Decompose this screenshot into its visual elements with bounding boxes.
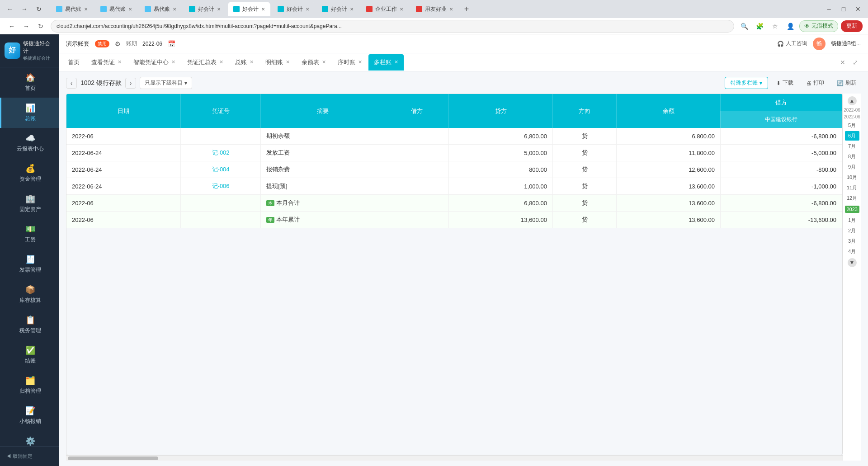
download-btn[interactable]: ⬇ 下载: [772, 77, 798, 89]
addr-reload-btn[interactable]: ↻: [34, 20, 47, 33]
timeline-month-feb[interactable]: 2月: [845, 226, 859, 235]
timeline-month-aug[interactable]: 8月: [845, 152, 859, 161]
sidebar-item-settings[interactable]: ⚙️ 基础设置: [0, 431, 59, 446]
sidebar-item-invoice[interactable]: 🧾 发票管理: [0, 249, 59, 279]
timeline-month-sep[interactable]: 9月: [845, 162, 859, 172]
tab-close-balance[interactable]: ✕: [322, 59, 326, 65]
page-tab-general-ledger[interactable]: 总账 ✕: [230, 54, 259, 71]
page-tab-home[interactable]: 首页: [62, 54, 85, 71]
browser-tab-2[interactable]: 易代账 ✕: [95, 2, 137, 16]
close-window-btn[interactable]: ✕: [852, 3, 864, 15]
sidebar-item-archive[interactable]: 🗂️ 归档管理: [0, 370, 59, 400]
browser-tab-close-4[interactable]: ✕: [217, 7, 221, 12]
browser-tab-4[interactable]: 好会计 ✕: [184, 2, 226, 16]
timeline-month-jul[interactable]: 7月: [845, 141, 859, 151]
browser-tab-8[interactable]: 企业工作 ✕: [361, 2, 409, 16]
tab-close-multi-column[interactable]: ✕: [394, 59, 398, 65]
extension-icon[interactable]: 🧩: [753, 20, 766, 33]
browser-tab-close-2[interactable]: ✕: [128, 7, 132, 12]
account-next-btn[interactable]: ›: [125, 78, 136, 89]
tab-close-detail-ledger[interactable]: ✕: [286, 59, 290, 65]
browser-tab-close-6[interactable]: ✕: [306, 7, 309, 12]
browser-tab-close-1[interactable]: ✕: [84, 7, 88, 12]
addr-forward-btn[interactable]: →: [20, 20, 33, 33]
star-icon[interactable]: ☆: [769, 20, 781, 33]
sidebar-item-salary[interactable]: 💵 工资: [0, 219, 59, 249]
minimize-btn[interactable]: –: [823, 3, 835, 15]
browser-tab-7[interactable]: 好会计 ✕: [316, 2, 359, 16]
sidebar-item-home[interactable]: 🏠 首页: [0, 67, 59, 98]
sidebar-item-expense[interactable]: 📝 小畅报销: [0, 400, 59, 431]
sidebar-item-fixed-assets[interactable]: 🏢 固定资产: [0, 188, 59, 219]
col-credit: 贷方: [449, 94, 553, 128]
browser-tab-3[interactable]: 易代账 ✕: [139, 2, 182, 16]
user-profile-icon[interactable]: 👤: [784, 20, 797, 33]
browser-tab-5-active[interactable]: 好会计 ✕: [228, 2, 270, 16]
timeline-month-mar[interactable]: 3月: [845, 236, 859, 246]
settings-icon[interactable]: ⚙: [115, 40, 121, 47]
browser-tab-9[interactable]: 用友好业 ✕: [410, 2, 458, 16]
tab-close-sequence[interactable]: ✕: [358, 59, 362, 65]
sidebar-item-ledger[interactable]: 📊 总账: [0, 98, 59, 128]
browser-tab-1[interactable]: 易代账 ✕: [51, 2, 93, 16]
account-prev-btn[interactable]: ‹: [66, 78, 77, 89]
timeline-month-dec[interactable]: 12月: [845, 193, 859, 203]
horizontal-scrollbar[interactable]: [66, 455, 843, 461]
timeline-month-jun[interactable]: 6月: [845, 131, 859, 141]
browser-tab-close-9[interactable]: ✕: [449, 7, 453, 12]
page-tab-smart-voucher[interactable]: 智能凭证中心 ✕: [128, 54, 181, 71]
print-btn[interactable]: 🖨 打印: [802, 77, 829, 89]
expand-panel-icon[interactable]: ⤢: [850, 57, 861, 68]
col-summary: 摘要: [261, 94, 385, 128]
cell-voucher-3[interactable]: 记-006: [180, 178, 261, 195]
close-panel-icon[interactable]: ✕: [837, 57, 848, 68]
tab-close-view-voucher[interactable]: ✕: [118, 59, 122, 65]
page-tab-sequence[interactable]: 序时账 ✕: [332, 54, 368, 71]
tab-close-smart-voucher[interactable]: ✕: [171, 59, 175, 65]
timeline-month-oct[interactable]: 10月: [845, 173, 859, 182]
browser-tab-close-7[interactable]: ✕: [350, 7, 354, 12]
timeline-down-btn[interactable]: ▼: [848, 258, 857, 267]
forward-btn[interactable]: →: [18, 3, 31, 15]
page-tab-view-voucher[interactable]: 查看凭证 ✕: [86, 54, 127, 71]
timeline-month-may[interactable]: 5月: [845, 121, 859, 130]
maximize-btn[interactable]: □: [837, 3, 850, 15]
refresh-btn[interactable]: 🔄 刷新: [832, 77, 861, 89]
timeline-year-2023[interactable]: 2023: [845, 206, 859, 213]
calendar-icon[interactable]: 📅: [168, 40, 175, 47]
no-track-btn[interactable]: 👁无痕模式: [799, 20, 838, 32]
cell-voucher-1[interactable]: 记-002: [180, 145, 261, 161]
update-btn[interactable]: 更新: [841, 20, 863, 32]
sidebar-item-close-period[interactable]: ✅ 结账: [0, 340, 59, 370]
scrollbar-thumb[interactable]: [68, 457, 158, 460]
browser-tab-close-5[interactable]: ✕: [261, 7, 265, 12]
timeline-up-btn[interactable]: ▲: [848, 96, 857, 105]
address-input[interactable]: [51, 20, 734, 33]
sidebar-item-tax[interactable]: 📋 税务管理: [0, 310, 59, 340]
new-tab-button[interactable]: +: [460, 3, 473, 15]
sidebar-item-inventory[interactable]: 📦 库存核算: [0, 279, 59, 310]
sidebar-item-fund[interactable]: 💰 资金管理: [0, 158, 59, 188]
addr-back-btn[interactable]: ←: [5, 20, 18, 33]
page-tab-voucher-summary[interactable]: 凭证汇总表 ✕: [182, 54, 229, 71]
browser-tab-6[interactable]: 好会计 ✕: [272, 2, 315, 16]
page-tab-detail-ledger[interactable]: 明细账 ✕: [260, 54, 295, 71]
cell-voucher-2[interactable]: 记-004: [180, 161, 261, 178]
browser-tab-close-8[interactable]: ✕: [400, 7, 403, 12]
search-icon[interactable]: 🔍: [738, 20, 750, 33]
page-tab-balance[interactable]: 余额表 ✕: [296, 54, 331, 71]
special-multi-btn[interactable]: 特殊多栏账 ▾: [725, 77, 768, 89]
back-btn[interactable]: ←: [4, 3, 16, 15]
timeline-month-apr[interactable]: 4月: [845, 247, 859, 256]
unpin-btn[interactable]: ◀ 取消固定: [4, 450, 55, 462]
consultant-btn[interactable]: 🎧 人工咨询: [777, 40, 807, 47]
page-tab-multi-column[interactable]: 多栏账 ✕: [368, 54, 404, 71]
reload-btn[interactable]: ↻: [33, 3, 45, 15]
timeline-month-nov[interactable]: 11月: [845, 183, 859, 193]
browser-tab-close-3[interactable]: ✕: [173, 7, 176, 12]
tab-close-general-ledger[interactable]: ✕: [250, 59, 254, 65]
timeline-month-jan[interactable]: 1月: [845, 216, 859, 225]
tab-close-voucher-summary[interactable]: ✕: [219, 59, 223, 65]
sidebar-item-cloud-report[interactable]: ☁️ 云报表中心: [0, 128, 59, 158]
show-sub-dropdown[interactable]: 只显示下级科目 ▾: [140, 77, 192, 89]
